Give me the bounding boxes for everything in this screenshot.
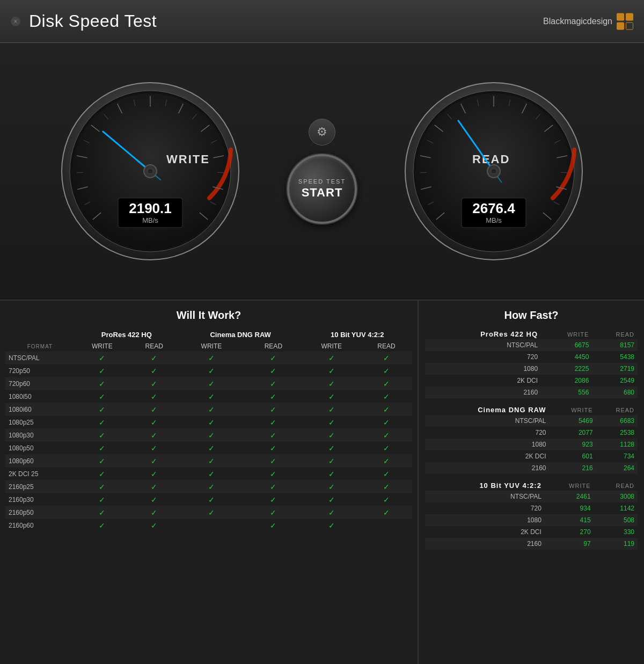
- brand-icon-cell-3: [617, 22, 624, 30]
- how-fast-table: 10 Bit YUV 4:2:2WRITEREADNTSC/PAL2461300…: [425, 480, 638, 550]
- check-cell: ✓: [130, 416, 179, 429]
- check-cell: ✓: [130, 480, 179, 493]
- svg-text:2676.4: 2676.4: [472, 200, 515, 216]
- write-value: 601: [550, 450, 596, 462]
- check-cell: ✓: [130, 442, 179, 455]
- checkmark-icon: ✓: [99, 418, 105, 427]
- row-label: 2K DCI: [425, 450, 550, 462]
- how-fast-row: 2K DCI20862549: [425, 375, 638, 386]
- check-cell: ✓: [179, 480, 244, 493]
- table-row: 2160p60✓✓✓✓: [5, 519, 412, 532]
- write-value: 6675: [541, 339, 592, 351]
- checkmark-icon: ✓: [328, 508, 335, 517]
- checkmark-icon: ✓: [270, 418, 276, 427]
- checkmark-icon: ✓: [208, 380, 215, 388]
- format-subheader: FORMAT: [5, 341, 75, 352]
- will-it-work-section: Will It Work? ProRes 422 HQ Cinema DNG R…: [0, 301, 419, 664]
- start-button[interactable]: SPEED TEST START: [287, 154, 357, 224]
- will-it-work-title: Will It Work?: [5, 309, 412, 322]
- check-cell: ✓: [130, 377, 179, 390]
- row-label: 720: [425, 502, 545, 514]
- bottom-section: Will It Work? ProRes 422 HQ Cinema DNG R…: [0, 301, 644, 664]
- check-cell: ✓: [303, 390, 361, 403]
- row-label: 2160: [425, 386, 541, 398]
- row-label: 2160: [425, 538, 545, 550]
- checkmark-icon: ✓: [383, 431, 390, 440]
- checkmark-icon: ✓: [328, 521, 335, 530]
- read-value: 680: [592, 386, 638, 398]
- how-fast-row: 2160556680: [425, 386, 638, 398]
- close-button[interactable]: ×: [11, 17, 20, 26]
- read-value: 1142: [594, 502, 638, 514]
- how-fast-table: Cinema DNG RAWWRITEREADNTSC/PAL546966837…: [425, 405, 638, 474]
- check-cell: ✓: [130, 455, 179, 468]
- check-cell: ✓: [75, 429, 130, 442]
- check-cell: ✓: [303, 442, 361, 455]
- check-cell: ✓: [75, 364, 130, 377]
- checkmark-icon: ✓: [383, 483, 390, 491]
- format-cell: 1080p25: [5, 416, 75, 429]
- svg-text:MB/s: MB/s: [486, 216, 502, 224]
- row-label: NTSC/PAL: [425, 415, 550, 427]
- checkmark-icon: ✓: [99, 508, 105, 517]
- write-header-3: WRITE: [303, 341, 361, 352]
- read-gauge: READ 2676.4 MB/s: [402, 80, 585, 262]
- checkmark-icon: ✓: [328, 418, 335, 427]
- format-cell: NTSC/PAL: [5, 352, 75, 364]
- write-value: 2086: [541, 375, 592, 386]
- read-value: 2538: [596, 427, 638, 439]
- checkmark-icon: ✓: [270, 354, 276, 362]
- format-cell: 1080p50: [5, 442, 75, 455]
- read-col-header: READ: [594, 480, 638, 491]
- brand-icon-cell-4: [626, 22, 633, 30]
- checkmark-icon: ✓: [383, 418, 390, 427]
- write-value: 2225: [541, 363, 592, 375]
- checkmark-icon: ✓: [151, 354, 157, 362]
- check-cell: ✓: [303, 455, 361, 468]
- checkmark-icon: ✓: [270, 431, 276, 440]
- checkmark-icon: ✓: [328, 431, 335, 440]
- format-cell: 2160p30: [5, 493, 75, 506]
- checkmark-icon: ✓: [151, 444, 157, 453]
- check-cell: ✓: [130, 506, 179, 519]
- check-cell: ✓: [179, 468, 244, 480]
- check-cell: ✓: [179, 416, 244, 429]
- svg-point-28: [148, 169, 153, 174]
- how-fast-row: 2K DCI270330: [425, 526, 638, 538]
- codec-header-cdng: Cinema DNG RAW: [179, 329, 303, 341]
- checkmark-icon: ✓: [270, 508, 276, 517]
- checkmark-icon: ✓: [151, 431, 157, 440]
- how-fast-codec-section: Cinema DNG RAWWRITEREADNTSC/PAL546966837…: [425, 405, 638, 474]
- how-fast-table: ProRes 422 HQWRITEREADNTSC/PAL6675815772…: [425, 329, 638, 398]
- check-cell: ✓: [303, 519, 361, 532]
- check-cell: ✓: [244, 377, 302, 390]
- how-fast-title: How Fast?: [425, 309, 638, 322]
- table-row: 1080i60✓✓✓✓✓✓: [5, 403, 412, 416]
- codec-label: ProRes 422 HQ: [425, 329, 541, 339]
- check-cell: ✓: [244, 390, 302, 403]
- row-label: 2K DCI: [425, 375, 541, 386]
- checkmark-icon: ✓: [328, 354, 335, 362]
- checkmark-icon: ✓: [270, 444, 276, 453]
- checkmark-icon: ✓: [208, 457, 215, 465]
- how-fast-row: NTSC/PAL54696683: [425, 415, 638, 427]
- read-value: 2549: [592, 375, 638, 386]
- read-value: 734: [596, 450, 638, 462]
- check-cell: ✓: [179, 364, 244, 377]
- check-cell: ✓: [244, 519, 302, 532]
- table-row: 720p60✓✓✓✓✓✓: [5, 377, 412, 390]
- codec-header-yuv: 10 Bit YUV 4:2:2: [303, 329, 412, 341]
- checkmark-icon: ✓: [99, 457, 105, 465]
- check-cell: ✓: [361, 416, 412, 429]
- format-cell: 1080i50: [5, 390, 75, 403]
- checkmark-icon: ✓: [208, 354, 215, 362]
- table-row: 2K DCI 25✓✓✓✓✓✓: [5, 468, 412, 480]
- checkmark-icon: ✓: [151, 405, 157, 414]
- settings-button[interactable]: ⚙: [309, 119, 335, 145]
- checkmark-icon: ✓: [328, 392, 335, 401]
- format-cell: 2K DCI 25: [5, 468, 75, 480]
- svg-text:WRITE: WRITE: [166, 152, 210, 166]
- check-cell: ✓: [244, 480, 302, 493]
- check-cell: ✓: [130, 493, 179, 506]
- how-fast-row: 72044505438: [425, 351, 638, 363]
